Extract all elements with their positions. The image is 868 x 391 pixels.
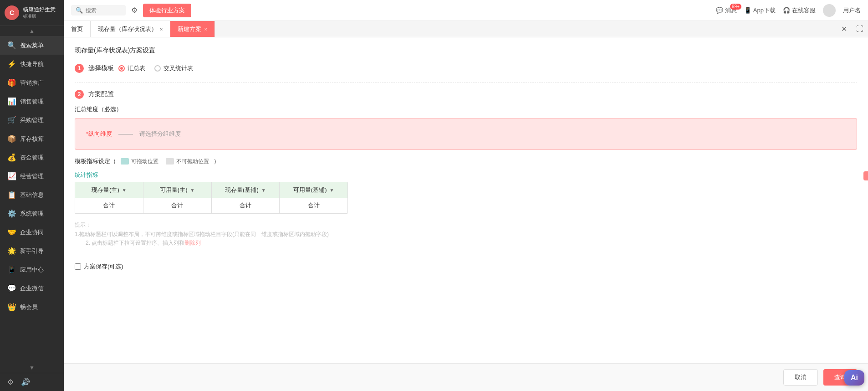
newbie-icon: 🌟 <box>7 247 15 255</box>
messages-button[interactable]: 💬 消息 99+ <box>716 6 737 15</box>
settings-icon[interactable]: ⚙ <box>7 378 14 386</box>
sidebar-item-purchase[interactable]: 🛒 采购管理 <box>0 111 64 129</box>
sidebar-item-system[interactable]: ⚙️ 系统管理 <box>0 204 64 223</box>
radio-summary-label: 汇总表 <box>128 64 145 72</box>
sidebar-item-basic[interactable]: 📋 基础信息 <box>0 185 64 204</box>
page-title: 现存量(库存状况表)方案设置 <box>75 46 857 55</box>
trial-button[interactable]: 体验行业方案 <box>143 4 191 17</box>
sidebar-item-label: 企业协同 <box>20 228 44 237</box>
headset-icon: 🎧 <box>783 7 790 14</box>
new-plan-tab-close[interactable]: × <box>204 26 207 32</box>
legend-draggable-item: 可拖动位置 <box>121 158 158 165</box>
sidebar-item-wechat[interactable]: 💬 企业微信 <box>0 279 64 298</box>
home-tab-label: 首页 <box>71 25 83 33</box>
username-label: 用户名 <box>843 6 861 15</box>
sidebar-item-label: 新手引导 <box>20 247 44 255</box>
topbar-search-box[interactable]: 🔍 <box>71 5 126 15</box>
ai-badge[interactable]: Ai <box>844 370 864 386</box>
side-panel-hint[interactable] <box>863 171 868 180</box>
stats-table-body: 合计 合计 合计 合计 <box>75 198 347 213</box>
save-checkbox[interactable] <box>75 263 81 270</box>
indicator-close-text: ） <box>214 157 220 165</box>
logo-icon: C <box>5 5 19 20</box>
expand-panel-icon[interactable]: ⛶ <box>852 25 868 33</box>
stats-col-1-chevron[interactable]: ▼ <box>190 188 195 193</box>
tab-expand: ✕ ⛶ <box>837 25 868 33</box>
sidebar-item-contract[interactable]: 🤝 企业协同 <box>0 223 64 242</box>
sidebar-item-appcenter[interactable]: 📱 应用中心 <box>0 260 64 279</box>
stats-cell-3: 合计 <box>280 198 347 213</box>
stats-col-3-chevron[interactable]: ▼ <box>330 188 334 193</box>
contract-icon: 🤝 <box>7 228 15 237</box>
stats-col-0: 现存量(主) ▼ <box>75 182 143 198</box>
stats-col-0-chevron[interactable]: ▼ <box>122 188 127 193</box>
sidebar-item-label: 应用中心 <box>20 266 44 274</box>
speaker-icon[interactable]: 🔊 <box>21 378 30 386</box>
section-plan-config: 2 方案配置 汇总维度（必选） *纵向维度 —— 请选择分组维度 模板指标设定（ <box>75 90 857 247</box>
stats-col-2-label: 现存量(基辅) <box>225 186 259 194</box>
sidebar-item-label: 企业微信 <box>20 284 44 293</box>
operations-icon: 📈 <box>7 172 15 180</box>
legend-draggable-box <box>121 158 129 165</box>
app-name: 畅康通好生意 <box>23 6 56 14</box>
stats-label: 统计指标 <box>75 171 857 179</box>
search-icon: 🔍 <box>7 41 15 50</box>
sidebar-item-search[interactable]: 🔍 搜索菜单 <box>0 36 64 55</box>
sidebar-item-finance[interactable]: 💰 资金管理 <box>0 148 64 167</box>
sidebar-item-operations[interactable]: 📈 经营管理 <box>0 167 64 185</box>
sidebar-scroll-up[interactable]: ▲ <box>0 26 64 36</box>
dimension-placeholder: 请选择分组维度 <box>139 130 181 138</box>
sidebar-logo: C 畅康通好生意 标准版 <box>0 0 64 26</box>
messages-badge: 99+ <box>730 4 741 10</box>
settings-gear-icon[interactable]: ⚙ <box>131 6 138 15</box>
indicator-label-text: 模板指标设定（ <box>75 157 116 165</box>
sidebar-item-label: 快捷导航 <box>20 60 44 68</box>
stats-col-2: 现存量(基辅) ▼ <box>212 182 280 198</box>
stats-col-3: 可用量(基辅) ▼ <box>280 182 347 198</box>
sidebar-item-newbie[interactable]: 🌟 新手引导 <box>0 242 64 260</box>
sidebar-item-label: 资金管理 <box>20 154 44 162</box>
tab-home[interactable]: 首页 <box>64 21 91 37</box>
sidebar-item-label: 基础信息 <box>20 191 44 199</box>
dimension-box[interactable]: *纵向维度 —— 请选择分组维度 <box>75 118 857 150</box>
sidebar-item-quicknav[interactable]: ⚡ 快捷导航 <box>0 55 64 73</box>
sidebar-item-member[interactable]: 👑 畅会员 <box>0 298 64 316</box>
appcenter-icon: 📱 <box>7 265 15 274</box>
wechat-icon: 💬 <box>7 284 15 293</box>
tips-title: 提示： <box>75 221 857 229</box>
tab-new-plan[interactable]: 新建方案 × <box>170 21 214 37</box>
stats-cell-2: 合计 <box>212 198 280 213</box>
app-download-button[interactable]: 📱 App下载 <box>744 6 776 15</box>
tips-section: 提示： 1.拖动标题栏可以调整布局，不可跨维度或指标区域拖动栏目字段(只能在同一… <box>75 221 857 247</box>
dimension-arrow: —— <box>118 130 133 138</box>
aggregate-label: 汇总维度（必选） <box>75 105 857 113</box>
radio-crosstab[interactable]: 交叉统计表 <box>154 64 193 72</box>
template-radio-group: 汇总表 交叉统计表 <box>118 64 193 72</box>
stats-col-2-chevron[interactable]: ▼ <box>261 188 266 193</box>
indicator-label: 模板指标设定（ 可拖动位置 不可拖动位置 <box>75 157 857 165</box>
sidebar-item-label: 库存核算 <box>20 135 44 143</box>
sidebar: C 畅康通好生意 标准版 ▲ 🔍 搜索菜单 ⚡ 快捷导航 🎁 营销推广 📊 销售… <box>0 0 64 391</box>
sidebar-item-label: 经营管理 <box>20 172 44 180</box>
sidebar-scroll-down[interactable]: ▼ <box>0 363 64 373</box>
cancel-button[interactable]: 取消 <box>783 369 818 386</box>
sidebar-item-marketing[interactable]: 🎁 营销推广 <box>0 73 64 92</box>
tab-bar: 首页 现存量（库存状况表） × 新建方案 × ✕ ⛶ <box>64 21 868 37</box>
content-area: 现存量(库存状况表)方案设置 1 选择模板 汇总表 <box>64 37 868 363</box>
tips-text-0: 1.拖动标题栏可以调整布局，不可跨维度或指标区域拖动栏目字段(只能在同一维度或指… <box>75 231 329 237</box>
service-button[interactable]: 🎧 在线客服 <box>783 6 816 15</box>
sidebar-item-label: 畅会员 <box>20 303 38 311</box>
tab-inventory[interactable]: 现存量（库存状况表） × <box>91 21 170 37</box>
user-avatar <box>823 4 836 17</box>
close-panel-icon[interactable]: ✕ <box>837 25 852 33</box>
sidebar-item-sales[interactable]: 📊 销售管理 <box>0 92 64 111</box>
sidebar-item-inventory[interactable]: 📦 库存核算 <box>0 129 64 148</box>
quicknav-icon: ⚡ <box>7 60 15 68</box>
radio-summary[interactable]: 汇总表 <box>118 64 145 72</box>
inventory-tab-close[interactable]: × <box>160 26 163 32</box>
stats-cell-0: 合计 <box>75 198 143 213</box>
radio-summary-circle <box>118 65 125 72</box>
search-input[interactable] <box>86 7 117 14</box>
sidebar-item-label: 系统管理 <box>20 210 44 218</box>
tips-highlight: 删除列 <box>184 240 201 246</box>
